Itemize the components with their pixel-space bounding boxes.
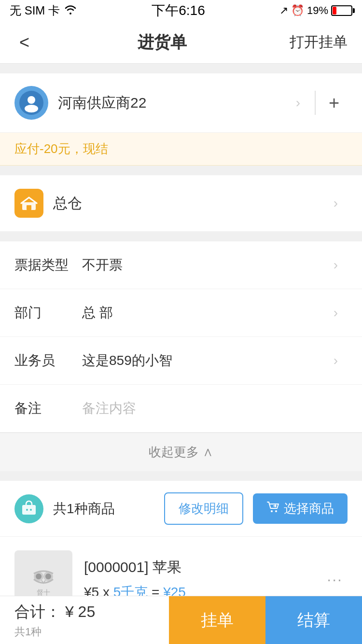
avatar-inner	[19, 91, 43, 115]
form-section: 票据类型 不开票 › 部门 总 部 › 业务员 这是859的小智 › 备注 备注…	[0, 241, 362, 471]
location-icon: ↗	[279, 4, 288, 17]
svg-point-0	[28, 96, 35, 104]
back-button[interactable]: <	[14, 28, 34, 57]
status-time: 下午6:16	[152, 1, 205, 20]
salesman-chevron-icon: ›	[334, 353, 338, 368]
divider-2	[0, 232, 362, 241]
ticket-type-row[interactable]: 票据类型 不开票 ›	[0, 241, 362, 289]
supplier-name: 河南供应商22	[58, 93, 296, 113]
warehouse-icon	[14, 189, 43, 218]
cart-icon	[266, 501, 280, 516]
product-code: [0000001]	[84, 559, 153, 575]
wifi-icon	[64, 4, 77, 17]
top-divider	[0, 64, 362, 73]
divider-3	[0, 471, 362, 481]
total-section: 合计： ¥ 25 共1种	[0, 596, 169, 644]
status-bar: 无 SIM 卡 下午6:16 ↗ ⏰ 19%	[0, 0, 362, 21]
warehouse-chevron-icon: ›	[334, 196, 338, 211]
department-chevron-icon: ›	[334, 305, 338, 321]
ticket-type-value: 不开票	[72, 256, 334, 274]
edit-detail-button[interactable]: 修改明细	[164, 492, 243, 525]
remark-row[interactable]: 备注 备注内容	[0, 385, 362, 433]
warehouse-section: 总仓 ›	[0, 175, 362, 232]
hang-order-button[interactable]: 挂单	[169, 596, 265, 644]
svg-rect-4	[22, 505, 36, 515]
remark-label: 备注	[14, 399, 72, 418]
bottom-toolbar: 合计： ¥ 25 共1种 挂单 结算	[0, 596, 362, 644]
salesman-value: 这是859的小智	[72, 351, 334, 370]
salesman-label: 业务员	[14, 351, 72, 370]
svg-point-8	[275, 510, 277, 512]
alarm-icon: ⏰	[291, 4, 304, 17]
collapse-button[interactable]: 收起更多 ∧	[0, 433, 362, 471]
supplier-chevron-icon: ›	[296, 95, 300, 111]
department-value: 总 部	[72, 304, 334, 322]
supplier-row[interactable]: 河南供应商22 › +	[0, 73, 362, 133]
ticket-chevron-icon: ›	[334, 257, 338, 273]
battery-icon	[331, 5, 352, 16]
product-title: 苹果	[153, 559, 181, 575]
add-supplier-button[interactable]: +	[320, 89, 348, 116]
supplier-avatar	[14, 86, 48, 120]
product-more-button[interactable]: ···	[322, 566, 348, 593]
payment-notice: 应付-20元，现结	[0, 133, 362, 166]
open-pending-button[interactable]: 打开挂单	[290, 32, 348, 52]
select-product-button[interactable]: 选择商品	[253, 493, 348, 524]
settle-button[interactable]: 结算	[265, 596, 362, 644]
carrier-text: 无 SIM 卡	[10, 3, 60, 18]
svg-point-6	[30, 509, 32, 511]
product-count-icon	[14, 494, 43, 523]
svg-point-12	[45, 574, 51, 579]
product-name: [0000001] 苹果	[84, 558, 322, 577]
total-count: 共1种	[14, 625, 154, 639]
department-row[interactable]: 部门 总 部 ›	[0, 289, 362, 337]
product-count-text: 共1种商品	[53, 500, 154, 518]
department-label: 部门	[14, 304, 72, 322]
total-value: ¥ 25	[65, 603, 95, 620]
svg-point-1	[25, 105, 38, 112]
status-right: ↗ ⏰ 19%	[279, 4, 352, 17]
nav-bar: < 进货单 打开挂单	[0, 21, 362, 64]
svg-rect-3	[27, 205, 31, 210]
battery-percent: 19%	[307, 4, 328, 17]
svg-text:督十: 督十	[37, 588, 50, 596]
select-product-label: 选择商品	[284, 500, 334, 517]
svg-point-5	[26, 509, 28, 511]
remark-input[interactable]: 备注内容	[72, 399, 348, 418]
total-amount: 合计： ¥ 25	[14, 602, 154, 623]
svg-point-11	[36, 574, 42, 579]
warehouse-name: 总仓	[53, 194, 334, 213]
divider-1	[0, 166, 362, 175]
ticket-type-label: 票据类型	[14, 256, 72, 274]
svg-point-7	[271, 510, 273, 512]
status-left: 无 SIM 卡	[10, 3, 77, 18]
total-label: 合计：	[14, 603, 61, 620]
page-title: 进货单	[138, 31, 187, 54]
product-info: [0000001] 苹果 ¥5 x 5千克 = ¥25	[84, 558, 322, 602]
supplier-section: 河南供应商22 › + 应付-20元，现结	[0, 73, 362, 166]
warehouse-row[interactable]: 总仓 ›	[0, 175, 362, 232]
salesman-row[interactable]: 业务员 这是859的小智 ›	[0, 337, 362, 385]
products-header: 共1种商品 修改明细 选择商品	[0, 481, 362, 537]
vertical-divider	[315, 91, 316, 115]
